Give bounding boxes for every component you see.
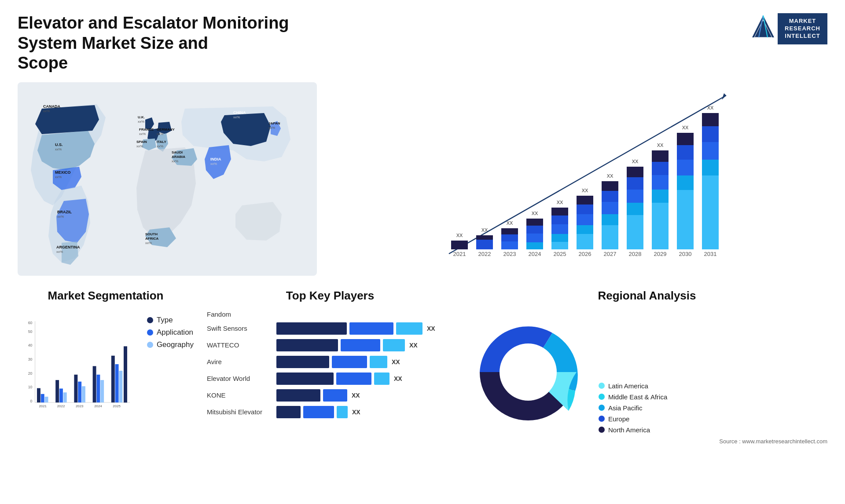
seg-chart-svg: 0 10 20 30 40 50 60 2021 (18, 310, 134, 425)
svg-rect-89 (652, 203, 669, 249)
svg-rect-93 (677, 145, 694, 160)
header: Elevator and Escalator Monitoring System… (18, 13, 827, 73)
svg-rect-72 (602, 191, 618, 202)
asia-pacific-dot (599, 405, 605, 411)
svg-text:2025: 2025 (554, 251, 566, 257)
svg-text:SAUDI: SAUDI (172, 150, 183, 154)
top-section: CANADA xx% U.S. xx% MEXICO xx% BRAZIL xx… (18, 82, 827, 276)
svg-text:U.K.: U.K. (138, 115, 145, 119)
application-dot (147, 329, 153, 336)
regional-legend: Latin America Middle East & Africa Asia … (599, 382, 667, 434)
latin-america-dot (599, 383, 605, 389)
svg-rect-121 (63, 392, 67, 402)
elevator-world-bars: XX (276, 373, 402, 385)
geography-dot (147, 342, 153, 348)
bar-segment (323, 389, 347, 402)
svg-rect-79 (627, 177, 643, 190)
svg-rect-39 (451, 241, 468, 249)
key-players-title: Top Key Players (207, 289, 453, 303)
svg-rect-133 (119, 371, 122, 402)
svg-text:xx%: xx% (43, 109, 50, 113)
svg-text:xx%: xx% (57, 215, 64, 219)
svg-text:2031: 2031 (704, 251, 717, 257)
svg-text:0: 0 (30, 399, 33, 403)
svg-text:XX: XX (657, 142, 664, 148)
svg-point-137 (500, 343, 557, 401)
player-mitsubishi: Mitsubishi Elevator XX (207, 406, 453, 418)
mea-dot (599, 394, 605, 400)
svg-text:xx%: xx% (138, 120, 144, 124)
svg-rect-95 (677, 175, 694, 190)
svg-text:xx%: xx% (210, 162, 217, 166)
svg-text:xx%: xx% (136, 144, 143, 148)
bottom-section: Market Segmentation 0 10 20 30 40 50 60 (18, 289, 827, 445)
svg-rect-74 (602, 214, 618, 225)
svg-text:CHINA: CHINA (233, 110, 246, 115)
legend-asia-pacific: Asia Pacific (599, 404, 667, 412)
svg-rect-68 (577, 234, 593, 249)
svg-text:30: 30 (28, 357, 33, 362)
svg-rect-43 (476, 240, 493, 249)
svg-rect-60 (551, 234, 568, 242)
svg-text:XX: XX (707, 105, 714, 110)
regional-pie-svg (467, 310, 590, 434)
svg-rect-65 (577, 205, 593, 214)
bar-segment (370, 356, 387, 368)
bar-segment (276, 322, 347, 335)
bar-segment (276, 389, 320, 402)
svg-text:AFRICA: AFRICA (145, 237, 158, 241)
svg-rect-48 (501, 241, 518, 249)
legend-latin-america: Latin America (599, 382, 667, 390)
svg-rect-82 (627, 215, 643, 249)
svg-rect-92 (677, 133, 694, 145)
svg-text:20: 20 (28, 371, 33, 376)
svg-text:2023: 2023 (76, 404, 84, 408)
svg-rect-117 (45, 397, 48, 402)
watteco-bars: XX (276, 339, 418, 351)
svg-marker-38 (722, 93, 726, 100)
kone-bars: XX (276, 389, 360, 402)
bar-segment (396, 322, 422, 335)
legend-europe: Europe (599, 415, 667, 423)
svg-text:xx%: xx% (55, 147, 62, 151)
svg-text:XX: XX (532, 211, 538, 216)
legend-type: Type (147, 316, 194, 325)
svg-rect-120 (59, 388, 63, 402)
svg-text:xx%: xx% (157, 132, 163, 136)
bar-segment (341, 339, 380, 351)
svg-text:2030: 2030 (679, 251, 692, 257)
svg-text:2022: 2022 (57, 404, 65, 408)
svg-text:xx%: xx% (233, 115, 240, 119)
svg-rect-47 (501, 234, 518, 241)
svg-text:ARGENTINA: ARGENTINA (56, 245, 80, 249)
svg-rect-66 (577, 214, 593, 225)
svg-text:GERMANY: GERMANY (157, 128, 175, 131)
svg-text:60: 60 (28, 321, 33, 325)
svg-rect-54 (526, 242, 543, 249)
svg-text:2022: 2022 (478, 251, 491, 257)
svg-text:JAPAN: JAPAN (268, 121, 280, 125)
svg-rect-127 (93, 366, 96, 402)
page-title: Elevator and Escalator Monitoring System… (18, 13, 326, 73)
svg-text:xx%: xx% (139, 132, 146, 136)
source-text: Source : www.marketresearchintellect.com (467, 438, 827, 445)
svg-rect-119 (55, 380, 59, 402)
bar-segment (337, 406, 348, 418)
logo: MARKET RESEARCH INTELLECT (752, 13, 827, 44)
svg-rect-115 (37, 388, 40, 402)
svg-rect-100 (702, 126, 719, 142)
avire-bars: XX (276, 356, 400, 368)
svg-rect-64 (577, 196, 593, 205)
svg-rect-53 (526, 234, 543, 242)
svg-text:XX: XX (582, 188, 588, 193)
regional-section: Regional Analysis (467, 289, 827, 445)
svg-rect-125 (82, 386, 85, 402)
europe-dot (599, 416, 605, 422)
bar-segment (276, 406, 301, 418)
bar-segment (276, 356, 329, 368)
players-list: Fandom Swift Sensors XX WATTECO (207, 310, 453, 418)
svg-text:40: 40 (28, 343, 33, 347)
svg-text:INDIA: INDIA (210, 157, 221, 161)
north-america-dot (599, 427, 605, 433)
svg-text:2024: 2024 (94, 404, 102, 408)
